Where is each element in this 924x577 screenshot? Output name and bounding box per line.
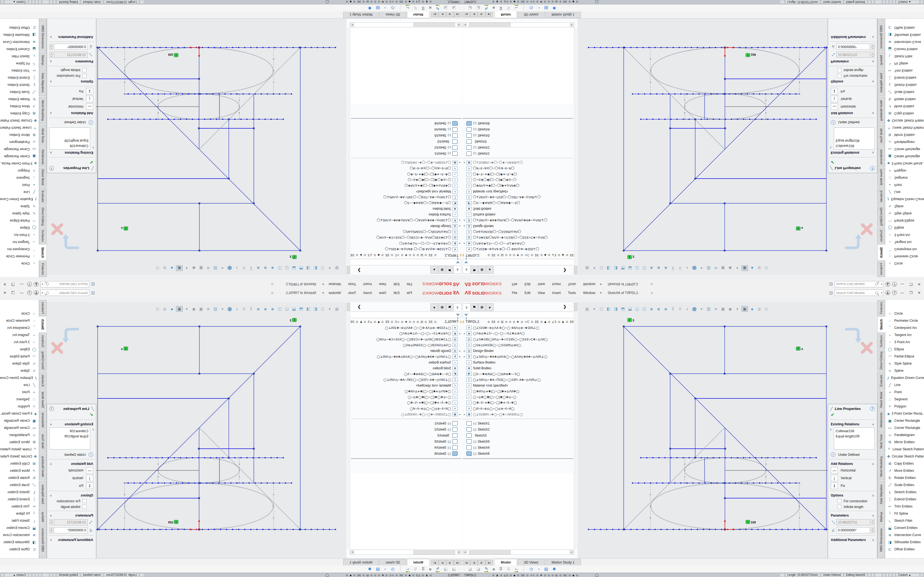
- toolbar-icon[interactable]: ◪: [444, 567, 448, 572]
- checkbox[interactable]: [837, 505, 842, 509]
- tool-item[interactable]: ▭ Corner Rectangle: [0, 146, 39, 153]
- sketch-item[interactable]: (-) Sketch1: [351, 421, 462, 426]
- collapse-chevron-icon[interactable]: ∧: [872, 462, 874, 466]
- tool-item[interactable]: ▱ Parallelogram: [885, 431, 924, 438]
- tree-item[interactable]: ▸ ◉ ◯Λ⊛◎✥∠5∘⌣◯∘◯⌣∘5∠✥◎⊛Λ◯: [351, 241, 462, 247]
- collapse-chevron-icon[interactable]: ∧: [872, 111, 874, 115]
- tool-item[interactable]: ⌒ Centerpoint Arc: [885, 246, 924, 253]
- tool-item[interactable]: ◈ 3 Point Center Recta...: [0, 160, 39, 167]
- toolbar-icon[interactable]: ◔: [384, 567, 387, 572]
- tool-item[interactable]: ◌ Perimeter Circle: [885, 317, 924, 324]
- tree-item[interactable]: ▸ ▥ Design Binder: [351, 348, 462, 354]
- tab-nav-icon[interactable]: ▶: [478, 11, 485, 17]
- tool-item[interactable]: ⤢ Scale Entities: [0, 89, 39, 96]
- tree-item[interactable]: ▱ ◯∘◎✥◯✱[◯∘◯]✱◯✥◎∘◯: [351, 177, 462, 183]
- sketch-item[interactable]: Sketch3: [351, 432, 462, 438]
- relation-entry[interactable]: Collinear108: [836, 429, 873, 434]
- commandmanager-tab[interactable]: Markup: [39, 508, 47, 525]
- toolbar-icon[interactable]: ◷: [529, 567, 533, 572]
- restore-button[interactable]: ❐: [10, 291, 16, 295]
- commandmanager-tab[interactable]: Direct Editing: [39, 350, 47, 371]
- search-dropdown-icon[interactable]: ▾: [42, 283, 45, 286]
- relation-button-icon[interactable]: —: [831, 467, 838, 474]
- minimize-button[interactable]: —: [18, 282, 25, 286]
- tab-nav-icon[interactable]: |◀: [462, 11, 470, 17]
- login-icon[interactable]: [885, 290, 890, 295]
- relations-listbox[interactable]: Collinear108Equal length109: [834, 127, 875, 150]
- tree-item[interactable]: ◙ Solid Bodies: [462, 365, 573, 371]
- length-field[interactable]: 10.88152731: [836, 52, 870, 58]
- tree-item[interactable]: ▱ ◯∘◎✥◯✱[◯∘◯]✱◯✥◎∘◯: [351, 394, 462, 400]
- commandmanager-tab[interactable]: MBD Dimensions: [877, 23, 885, 51]
- scroll-left-icon[interactable]: ◂: [463, 550, 467, 554]
- toolbar-icon[interactable]: ⌙: [515, 566, 518, 572]
- commandmanager-tab[interactable]: Direct Editing: [877, 206, 885, 227]
- checkbox[interactable]: [837, 499, 842, 503]
- commandmanager-tab[interactable]: Sheet Metal: [39, 168, 47, 187]
- option-row[interactable]: For construction: [47, 498, 96, 504]
- toolbar-icon[interactable]: ◪: [468, 567, 472, 572]
- pin-icon[interactable]: ✦: [599, 291, 602, 295]
- tree-root[interactable]: ⬨ TЯPDL2. ⊙ ƎE ⊙ Ш ⊙ ⊙ ⊙ ✥ ⊙ ⊃C ⊙ ƎE ⊙ ◆…: [351, 252, 462, 258]
- sketch-item[interactable]: (-) Sketch4: [462, 445, 573, 451]
- help-icon[interactable]: ?: [27, 282, 32, 287]
- spinner[interactable]: ▲▼: [49, 527, 53, 533]
- panel-tab[interactable]: ◕: [430, 303, 438, 311]
- toolbar-icon[interactable]: ⠿: [499, 567, 502, 572]
- tree-horizontal-scrollbar[interactable]: ◂ ▸: [350, 22, 462, 27]
- toolbar-icon[interactable]: ◪: [468, 5, 472, 10]
- menu-item[interactable]: View: [534, 282, 549, 286]
- tool-item[interactable]: ƒ Equation Driven Curve: [0, 196, 39, 203]
- angle-field[interactable]: 0.00000000°: [54, 527, 88, 533]
- tool-item[interactable]: ✂ Trim Entities: [885, 67, 924, 74]
- menu-item[interactable]: Edit: [390, 291, 403, 295]
- tool-item[interactable]: ╰ Fit Spline: [885, 60, 924, 67]
- tool-item[interactable]: ƒ Equation Driven Curve: [0, 374, 39, 381]
- expand-arrow-icon[interactable]: ▸: [462, 161, 467, 164]
- toolbar-icon[interactable]: ⠿: [499, 5, 502, 10]
- toolbar-icon[interactable]: ⌙: [406, 566, 409, 572]
- relation-button-icon[interactable]: ↧: [86, 482, 93, 489]
- tool-item[interactable]: ⬓ Convert Entities: [885, 46, 924, 53]
- tool-item[interactable]: ◠ Partial Ellipse: [885, 217, 924, 224]
- toolbar-icon[interactable]: ✎: [485, 566, 488, 572]
- tree-root[interactable]: ⬨ TЯPDL2. ⊙ ƎE ⊙ Ш ⊙ ⊙ ⊙ ✥ ⊙ ⊃C ⊙ ƎE ⊙ ◆…: [462, 252, 573, 258]
- tree-item[interactable]: ▸ ▥ Design Binder: [351, 223, 462, 229]
- tool-item[interactable]: ⤢ Scale Entities: [885, 481, 924, 488]
- toolbar-icon[interactable]: ✱: [552, 5, 556, 10]
- tool-item[interactable]: ⌒ Centerpoint Arc: [885, 324, 924, 331]
- scrollbar-thumb[interactable]: [414, 550, 455, 554]
- commandmanager-tab[interactable]: Data Migration: [39, 69, 47, 96]
- relations-listbox[interactable]: Collinear108Equal length109: [49, 427, 90, 450]
- tool-item[interactable]: ╱ Line: [0, 381, 39, 388]
- tool-item[interactable]: ⊏ Offset Entities: [0, 24, 39, 31]
- panel-tab[interactable]: ⬨: [462, 266, 470, 274]
- toolbar-icon[interactable]: ◷: [529, 5, 533, 10]
- relation-button[interactable]: —Horizontal: [828, 467, 877, 474]
- tool-item[interactable]: ⌢ 3 Point Arc: [0, 338, 39, 346]
- relation-entry[interactable]: Equal length109: [836, 434, 873, 439]
- toolbar-icon[interactable]: ⇅: [507, 567, 510, 572]
- tool-item[interactable]: ✥ Circular Sketch Pattern: [0, 117, 39, 124]
- commandmanager-tab[interactable]: Surfaces: [39, 227, 47, 244]
- tool-item[interactable]: ▣ Center Rectangle: [885, 417, 924, 424]
- close-button[interactable]: ✕: [916, 291, 922, 295]
- menu-item[interactable]: Edit: [390, 282, 403, 286]
- toolbar-icon[interactable]: ◪: [452, 5, 456, 10]
- tree-item[interactable]: ◩ ◯5∘∩✱⊛AШ◯∘◯ШA⊛✱∩∘5◯: [351, 200, 462, 206]
- sketch-item[interactable]: (-) Sketch6: [351, 120, 462, 126]
- sketch-item[interactable]: (-) Sketch5: [351, 132, 462, 139]
- tool-item[interactable]: ▣ Center Rectangle: [885, 153, 924, 160]
- doc-tab[interactable]: Model: [407, 559, 430, 566]
- relation-button[interactable]: |Vertical: [47, 474, 96, 482]
- commandmanager-tab[interactable]: Mesh Modeling: [877, 97, 885, 124]
- commandmanager-tab[interactable]: Sheet Metal: [877, 168, 885, 187]
- help-icon[interactable]: ?: [892, 290, 897, 295]
- tab-nav-icon[interactable]: ▶|: [486, 560, 493, 566]
- tree-item[interactable]: ◗ Surface Bodies: [351, 359, 462, 365]
- toolbar-icon[interactable]: ⇅: [507, 5, 510, 10]
- expand-arrow-icon[interactable]: ▸: [457, 355, 462, 358]
- tree-item[interactable]: ▸ A ◯∠5ИΛ◎∘✥A✥◎ИΛA◯∘◯AΛИ◎✥A✥∘◎ΛИ5∠◯: [351, 218, 462, 223]
- tool-item[interactable]: ∿ Style Spline: [0, 360, 39, 367]
- accept-check-icon[interactable]: ✔: [828, 412, 877, 419]
